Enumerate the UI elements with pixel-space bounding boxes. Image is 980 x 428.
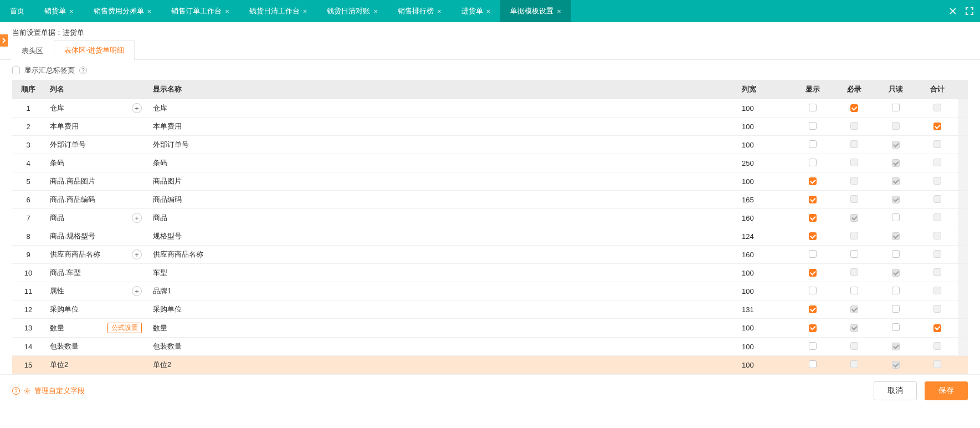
sum-checkbox[interactable]: [933, 123, 941, 130]
sidebar-expand-handle[interactable]: [0, 34, 8, 47]
top-tab[interactable]: 首页: [0, 0, 34, 22]
table-row[interactable]: 7商品+商品160: [12, 209, 968, 227]
cell-display-name[interactable]: 单位2: [147, 356, 736, 374]
table-row[interactable]: 12采购单位采购单位131: [12, 300, 968, 319]
show-checkbox[interactable]: [809, 177, 817, 185]
footer-help-icon[interactable]: ?: [12, 387, 20, 395]
add-column-icon[interactable]: +: [132, 249, 142, 259]
ro-checkbox[interactable]: [892, 104, 900, 111]
cell-width[interactable]: 100: [736, 282, 792, 300]
sub-tab[interactable]: 表头区: [11, 40, 54, 60]
show-checkbox[interactable]: [809, 360, 817, 368]
show-checkbox[interactable]: [809, 214, 817, 222]
table-row[interactable]: 11属性+品牌1100: [12, 282, 968, 300]
sum-checkbox[interactable]: [933, 324, 941, 332]
add-column-icon[interactable]: +: [132, 213, 142, 223]
sub-tab[interactable]: 表体区-进货单明细: [54, 40, 135, 60]
show-checkbox[interactable]: [809, 305, 817, 313]
cell-width[interactable]: 100: [736, 356, 792, 374]
cell-display-name[interactable]: 本单费用: [147, 118, 736, 136]
ro-checkbox[interactable]: [892, 323, 900, 331]
cell-display-name[interactable]: 数量: [147, 319, 736, 338]
top-tab[interactable]: 销售排行榜×: [388, 0, 451, 22]
show-checkbox[interactable]: [809, 159, 817, 166]
tab-close-icon[interactable]: ×: [557, 7, 561, 16]
cell-width[interactable]: 160: [736, 209, 792, 227]
table-row[interactable]: 4条码条码250: [12, 154, 968, 172]
show-summary-tab-checkbox[interactable]: [12, 67, 20, 74]
fullscreen-icon[interactable]: [964, 6, 974, 16]
close-all-icon[interactable]: [948, 6, 958, 16]
cell-width[interactable]: 124: [736, 227, 792, 246]
cell-display-name[interactable]: 条码: [147, 154, 736, 172]
tab-close-icon[interactable]: ×: [373, 7, 378, 16]
table-row[interactable]: 15单位2单位2100: [12, 356, 968, 374]
show-checkbox[interactable]: [809, 104, 817, 111]
cell-display-name[interactable]: 商品编码: [147, 191, 736, 209]
tab-close-icon[interactable]: ×: [303, 7, 307, 16]
ro-checkbox[interactable]: [892, 213, 900, 221]
ro-checkbox[interactable]: [892, 250, 900, 258]
cell-display-name[interactable]: 车型: [147, 264, 736, 282]
cell-display-name[interactable]: 外部订单号: [147, 136, 736, 154]
top-tab[interactable]: 销售费用分摊单×: [84, 0, 162, 22]
table-row[interactable]: 2本单费用本单费用100: [12, 118, 968, 136]
show-checkbox[interactable]: [809, 342, 817, 350]
ro-checkbox[interactable]: [892, 305, 900, 313]
top-tab[interactable]: 钱货日清工作台×: [239, 0, 317, 22]
scrollbar-gutter[interactable]: [958, 99, 968, 118]
table-row[interactable]: 6商品.商品编码商品编码165: [12, 191, 968, 209]
show-checkbox[interactable]: [809, 140, 817, 148]
top-tab[interactable]: 进货单×: [451, 0, 501, 22]
top-tab[interactable]: 单据模板设置×: [500, 0, 571, 22]
cell-display-name[interactable]: 规格型号: [147, 227, 736, 246]
show-checkbox[interactable]: [809, 232, 817, 240]
formula-tag[interactable]: 公式设置: [107, 323, 142, 333]
manage-custom-fields-link[interactable]: 管理自定义字段: [34, 386, 85, 396]
cell-display-name[interactable]: 包装数量: [147, 338, 736, 356]
tab-close-icon[interactable]: ×: [225, 7, 229, 16]
cell-display-name[interactable]: 仓库: [147, 99, 736, 118]
req-checkbox[interactable]: [850, 287, 858, 294]
cell-width[interactable]: 250: [736, 154, 792, 172]
top-tab[interactable]: 钱货日清对账×: [317, 0, 388, 22]
ro-checkbox[interactable]: [892, 287, 900, 294]
cell-display-name[interactable]: 供应商商品名称: [147, 246, 736, 264]
cell-width[interactable]: 100: [736, 319, 792, 338]
cell-display-name[interactable]: 采购单位: [147, 300, 736, 319]
tab-close-icon[interactable]: ×: [69, 7, 74, 16]
add-column-icon[interactable]: +: [132, 103, 142, 113]
show-checkbox[interactable]: [809, 250, 817, 258]
cell-width[interactable]: 165: [736, 191, 792, 209]
cell-width[interactable]: 100: [736, 118, 792, 136]
cell-display-name[interactable]: 品牌1: [147, 282, 736, 300]
cell-width[interactable]: 100: [736, 99, 792, 118]
tab-close-icon[interactable]: ×: [147, 7, 152, 16]
show-checkbox[interactable]: [809, 122, 817, 130]
cell-display-name[interactable]: 商品图片: [147, 172, 736, 191]
cell-width[interactable]: 100: [736, 338, 792, 356]
top-tab[interactable]: 销货单×: [34, 0, 84, 22]
cell-width[interactable]: 131: [736, 300, 792, 319]
cancel-button[interactable]: 取消: [874, 381, 917, 400]
tab-close-icon[interactable]: ×: [486, 7, 491, 16]
table-row[interactable]: 13数量公式设置数量100: [12, 319, 968, 338]
req-checkbox[interactable]: [850, 104, 858, 112]
show-checkbox[interactable]: [809, 269, 817, 277]
table-row[interactable]: 8商品.规格型号规格型号124: [12, 227, 968, 246]
show-checkbox[interactable]: [809, 324, 817, 332]
top-tab[interactable]: 销售订单工作台×: [161, 0, 239, 22]
cell-width[interactable]: 100: [736, 172, 792, 191]
cell-width[interactable]: 160: [736, 246, 792, 264]
tab-close-icon[interactable]: ×: [437, 7, 442, 16]
cell-width[interactable]: 100: [736, 264, 792, 282]
cell-width[interactable]: 100: [736, 136, 792, 154]
table-row[interactable]: 10商品.车型车型100: [12, 264, 968, 282]
show-checkbox[interactable]: [809, 287, 817, 294]
show-checkbox[interactable]: [809, 196, 817, 203]
table-row[interactable]: 9供应商商品名称+供应商商品名称160: [12, 246, 968, 264]
add-column-icon[interactable]: +: [132, 286, 142, 296]
table-row[interactable]: 1仓库+仓库100: [12, 99, 968, 118]
save-button[interactable]: 保存: [925, 381, 968, 400]
table-row[interactable]: 5商品.商品图片商品图片100: [12, 172, 968, 191]
